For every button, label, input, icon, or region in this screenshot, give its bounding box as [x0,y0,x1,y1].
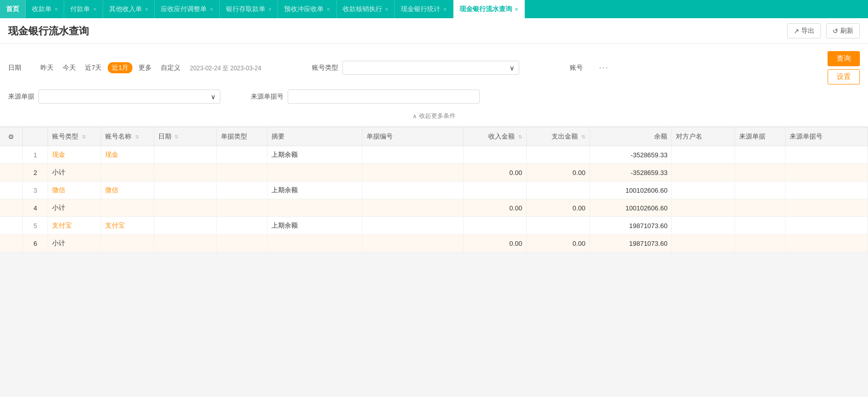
row-source-doc-no [786,235,868,252]
row-counterparty [672,235,735,252]
row-account-name [101,164,154,182]
collapse-icon: ∧ [413,113,417,120]
setting-button[interactable]: 设置 [828,69,860,84]
row-gear [0,146,23,164]
nav-tab-prepay-offset[interactable]: 预收冲应收单 × [278,0,336,18]
date-range-display: 2023-02-24 至 2023-03-24 [190,64,261,73]
sort-icon: ⇅ [518,134,522,140]
close-icon[interactable]: × [443,6,446,12]
col-account-name[interactable]: 账号名称 ⇅ [101,127,154,146]
account-filter: 账号 ··· [570,63,609,72]
source-doc-select[interactable]: ∨ [38,90,220,104]
row-doc-type [217,146,267,164]
row-source-doc [735,217,786,235]
nav-tab-cash-flow-query[interactable]: 现金银行流水查询 × [453,0,525,18]
row-account-type: 小计 [48,164,101,182]
row-doc-type [217,182,267,199]
nav-tab-cash-stats[interactable]: 现金银行统计 × [395,0,453,18]
export-button[interactable]: ↗ 导出 [787,23,821,38]
row-income: 0.00 [463,235,526,252]
row-balance: -3528659.33 [589,146,671,164]
sort-icon: ⇅ [135,134,139,140]
col-expense[interactable]: 支出金额 ⇅ [526,127,589,146]
page-title: 现金银行流水查询 [8,24,89,38]
row-doc-no [362,235,463,252]
account-type-select[interactable]: ∨ [342,61,519,75]
query-actions: 查询 设置 [828,51,860,84]
col-income[interactable]: 收入金额 ⇅ [463,127,526,146]
row-balance: 19871073.60 [589,235,671,252]
source-doc-no-input[interactable] [288,90,480,104]
close-icon[interactable]: × [385,6,388,12]
row-account-type: 微信 [48,182,101,199]
account-label: 账号 [570,63,595,72]
row-doc-no [362,146,463,164]
collapse-button[interactable]: ∧ 收起更多条件 [413,112,455,120]
nav-tab-payment[interactable]: 付款单 × [64,0,103,18]
table-row: 6小计0.000.0019871073.60 [0,235,868,252]
table-row: 1现金现金上期余额-3528659.33 [0,146,868,164]
row-doc-type [217,164,267,182]
row-summary [267,235,362,252]
col-date[interactable]: 日期 ⇅ [154,127,217,146]
nav-tab-receipt[interactable]: 收款单 × [26,0,64,18]
col-account-type[interactable]: 账号类型 ⇅ [48,127,101,146]
account-dots-btn[interactable]: ··· [599,63,609,72]
date-btn-today[interactable]: 今天 [60,62,79,73]
row-summary [267,199,362,217]
nav-tab-bank-deposit[interactable]: 银行存取款单 × [220,0,278,18]
date-btn-more[interactable]: 更多 [135,62,155,73]
close-icon[interactable]: × [210,6,213,12]
sort-icon: ⇅ [581,134,585,140]
row-doc-no [362,217,463,235]
filter-row-1: 日期 昨天 今天 近7天 近1月 更多 自定义 2023-02-24 至 202… [8,51,860,84]
query-button[interactable]: 查询 [828,51,860,66]
col-balance: 余额 [589,127,671,146]
row-source-doc-no [786,182,868,199]
row-doc-type [217,199,267,217]
date-btn-1month[interactable]: 近1月 [108,62,132,73]
refresh-button[interactable]: ↺ 刷新 [826,23,860,38]
table-row: 3微信微信上期余额100102606.60 [0,182,868,199]
row-expense: 0.00 [526,164,589,182]
row-source-doc [735,199,786,217]
row-account-name: 微信 [101,182,154,199]
refresh-icon: ↺ [833,27,838,35]
col-gear[interactable]: ⚙ [0,127,23,146]
row-balance: -3528659.33 [589,164,671,182]
close-icon[interactable]: × [93,6,96,12]
row-counterparty [672,199,735,217]
close-icon[interactable]: × [515,6,518,12]
row-income [463,146,526,164]
row-source-doc-no [786,146,868,164]
row-date [154,217,217,235]
col-doc-type: 单据类型 [217,127,267,146]
filter-area: 日期 昨天 今天 近7天 近1月 更多 自定义 2023-02-24 至 202… [0,44,868,127]
close-icon[interactable]: × [327,6,330,12]
row-counterparty [672,217,735,235]
col-counterparty: 对方户名 [672,127,735,146]
date-btn-yesterday[interactable]: 昨天 [37,62,57,73]
col-summary: 摘要 [267,127,362,146]
row-num: 1 [23,146,48,164]
source-doc-label: 来源单据 [8,92,34,101]
close-icon[interactable]: × [55,6,58,12]
nav-tab-receipt-verify[interactable]: 收款核销执行 × [337,0,395,18]
row-balance: 19871073.60 [589,217,671,235]
row-counterparty [672,146,735,164]
row-doc-no [362,199,463,217]
row-income [463,182,526,199]
close-icon[interactable]: × [268,6,271,12]
table-row: 4小计0.000.00100102606.60 [0,199,868,217]
close-icon[interactable]: × [145,6,148,12]
date-btn-7days[interactable]: 近7天 [82,62,105,73]
nav-tab-ar-ap-adjust[interactable]: 应收应付调整单 × [155,0,219,18]
nav-tab-home[interactable]: 首页 [0,0,26,18]
sort-icon: ⇅ [82,134,86,140]
nav-tab-other-income[interactable]: 其他收入单 × [103,0,155,18]
row-source-doc-no [786,164,868,182]
row-account-type: 小计 [48,235,101,252]
date-btn-custom[interactable]: 自定义 [158,62,184,73]
row-date [154,199,217,217]
row-gear [0,199,23,217]
